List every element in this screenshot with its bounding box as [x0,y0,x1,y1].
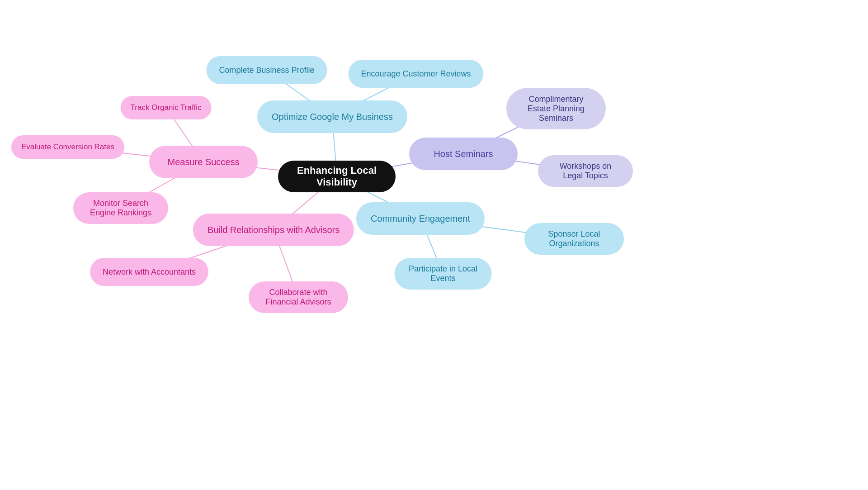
node-collaborate-financial[interactable]: Collaborate with Financial Advisors [249,281,348,313]
mindmap-container: Enhancing Local VisibilityOptimize Googl… [0,0,868,490]
node-build-relationships[interactable]: Build Relationships with Advisors [193,214,354,246]
node-network-accountants[interactable]: Network with Accountants [90,258,208,286]
node-monitor-rankings[interactable]: Monitor Search Engine Rankings [73,192,168,224]
node-customer-reviews[interactable]: Encourage Customer Reviews [348,60,483,88]
node-community-engagement[interactable]: Community Engagement [356,202,485,235]
node-evaluate-conversion[interactable]: Evaluate Conversion Rates [11,135,124,159]
node-track-traffic[interactable]: Track Organic Traffic [121,96,212,119]
node-sponsor-local[interactable]: Sponsor Local Organizations [524,223,624,255]
node-legal-workshops[interactable]: Workshops on Legal Topics [538,155,633,187]
node-estate-planning[interactable]: Complimentary Estate Planning Seminars [506,88,606,129]
node-optimize-gmb[interactable]: Optimize Google My Business [257,100,407,133]
node-complete-profile[interactable]: Complete Business Profile [206,56,327,84]
node-host-seminars[interactable]: Host Seminars [409,138,518,170]
node-measure-success[interactable]: Measure Success [149,146,258,178]
node-local-events[interactable]: Participate in Local Events [395,258,492,290]
center-node[interactable]: Enhancing Local Visibility [278,161,396,192]
